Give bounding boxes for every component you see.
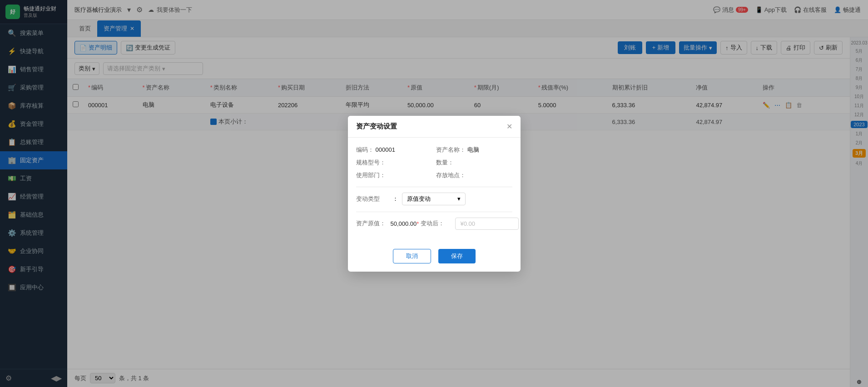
modal-info-grid: 编码： 000001 资产名称： 电脑 规格型号： 数量： 使用部门： — [356, 146, 512, 179]
modal-divider2 — [356, 212, 512, 212]
modal-original-value-label: 资产原值： — [356, 219, 388, 228]
modal-footer: 取消 保存 — [348, 244, 521, 272]
modal-code-label: 编码： — [356, 146, 374, 154]
modal-after-change-input[interactable] — [455, 218, 519, 230]
modal-location-label: 存放地点： — [436, 171, 466, 179]
asset-change-modal: 资产变动设置 ✕ 编码： 000001 资产名称： 电脑 规格型号： 数量： — [348, 116, 521, 272]
modal-change-type-row: 变动类型 ： 原值变动 ▾ — [356, 193, 512, 205]
modal-body: 编码： 000001 资产名称： 电脑 规格型号： 数量： 使用部门： — [348, 138, 521, 244]
modal-change-type-dropdown-icon: ▾ — [457, 195, 461, 202]
modal-location-field: 存放地点： — [436, 171, 512, 179]
modal-department-label: 使用部门： — [356, 171, 386, 179]
modal-asset-name-label: 资产名称： — [436, 146, 466, 154]
modal-save-btn[interactable]: 保存 — [438, 249, 476, 263]
modal-change-type-label: 变动类型 — [356, 195, 388, 203]
modal-after-change-label: 变动后： — [421, 219, 452, 228]
modal-overlay: 资产变动设置 ✕ 编码： 000001 资产名称： 电脑 规格型号： 数量： — [0, 0, 868, 387]
modal-asset-name-value: 电脑 — [467, 146, 479, 154]
modal-divider1 — [356, 187, 512, 187]
modal-asset-name-field: 资产名称： 电脑 — [436, 146, 512, 154]
modal-change-type-value: 原值变动 — [407, 195, 431, 203]
modal-close-btn[interactable]: ✕ — [506, 122, 512, 131]
modal-department-field: 使用部门： — [356, 171, 432, 179]
modal-spec-field: 规格型号： — [356, 159, 432, 167]
modal-change-type-select[interactable]: 原值变动 ▾ — [402, 193, 466, 205]
modal-title: 资产变动设置 — [356, 122, 397, 131]
modal-header: 资产变动设置 ✕ — [348, 116, 521, 138]
modal-spec-label: 规格型号： — [356, 159, 386, 167]
modal-original-value: 50,000.00 — [391, 220, 417, 227]
modal-code-field: 编码： 000001 — [356, 146, 432, 154]
modal-quantity-label: 数量： — [436, 159, 454, 167]
modal-code-value: 000001 — [376, 146, 395, 153]
modal-cancel-btn[interactable]: 取消 — [393, 249, 431, 263]
modal-quantity-field: 数量： — [436, 159, 512, 167]
modal-amount-row: 资产原值： 50,000.00 * 变动后： — [356, 218, 512, 230]
